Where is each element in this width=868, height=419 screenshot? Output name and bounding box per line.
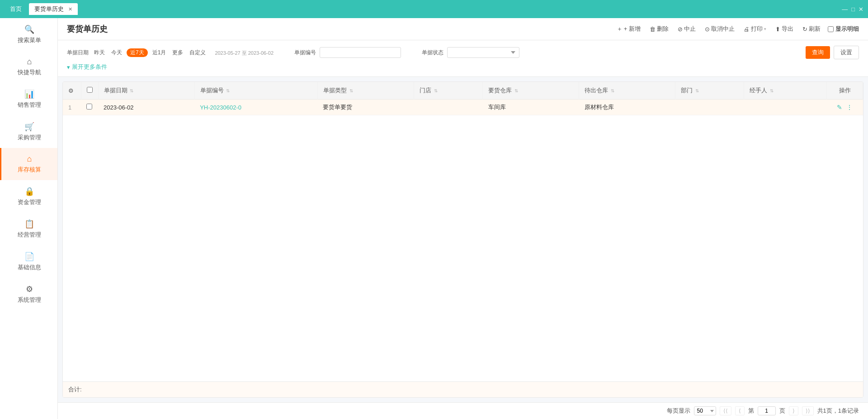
docno-col-header[interactable]: 单据编号 ⇅ — [194, 82, 317, 100]
settings-col-header[interactable]: ⚙ — [63, 82, 81, 100]
settings-button[interactable]: 设置 — [834, 46, 859, 59]
main-layout: 🔍 搜索菜单 ⌂ 快捷导航 📊 销售管理 🛒 采购管理 ⌂ 库存核算 🔒 资金管… — [0, 18, 868, 419]
next-page-btn[interactable]: ⟩ — [789, 406, 798, 415]
reqwarehouse-sort-icon[interactable]: ⇅ — [514, 88, 518, 93]
sys-mgmt-icon: ⚙ — [26, 284, 33, 294]
export-button[interactable]: ⬆ 导出 — [774, 24, 795, 34]
window-controls: — □ ✕ — [842, 6, 863, 13]
select-all-checkbox[interactable] — [87, 87, 93, 93]
stop-icon: ⊘ — [678, 26, 683, 33]
handler-col-header[interactable]: 经手人 ⇅ — [744, 82, 827, 100]
cancel-stop-button[interactable]: ⊙ 取消中止 — [703, 24, 736, 34]
table-footer: 合计: — [63, 381, 863, 397]
prev-page-btn[interactable]: ⟨ — [735, 406, 745, 415]
row-checkbox-cell[interactable] — [81, 100, 98, 115]
page-number-input[interactable] — [758, 406, 776, 415]
ops-mgmt-icon: 📋 — [24, 219, 34, 229]
expand-more-btn[interactable]: ▾ 展开更多条件 — [67, 63, 859, 71]
row-handler — [744, 100, 827, 115]
sidebar-item-sys-mgmt[interactable]: ⚙ 系统管理 — [0, 278, 57, 310]
doctype-col-header[interactable]: 单据类型 ⇅ — [317, 82, 414, 100]
first-page-btn[interactable]: ⟨⟨ — [720, 406, 731, 415]
basic-info-icon: 📄 — [24, 252, 34, 262]
last-page-btn[interactable]: ⟩⟩ — [802, 406, 814, 415]
stop-button[interactable]: ⊘ 中止 — [676, 24, 698, 34]
total-info: 共1页，1条记录 — [817, 407, 859, 415]
handler-sort-icon[interactable]: ⇅ — [770, 88, 774, 93]
tab-requisition-history[interactable]: 要货单历史 ✕ — [29, 3, 78, 15]
print-button[interactable]: 🖨 打印 ▾ — [742, 24, 768, 34]
filter-row-1: 单据日期 昨天 今天 近7天 近1月 更多 自定义 2023-05-27 至 2… — [67, 46, 859, 59]
close-window-icon[interactable]: ✕ — [859, 6, 863, 13]
close-tab-icon[interactable]: ✕ — [68, 6, 72, 12]
date-btn-yesterday[interactable]: 昨天 — [92, 48, 107, 57]
pendingwarehouse-sort-icon[interactable]: ⇅ — [611, 88, 614, 93]
tab-home[interactable]: 首页 — [5, 3, 27, 15]
doctype-sort-icon[interactable]: ⇅ — [349, 88, 353, 93]
add-button[interactable]: ＋ + 新增 — [615, 24, 642, 34]
sidebar: 🔍 搜索菜单 ⌂ 快捷导航 📊 销售管理 🛒 采购管理 ⌂ 库存核算 🔒 资金管… — [0, 18, 58, 419]
date-btn-today[interactable]: 今天 — [109, 48, 124, 57]
row-more-icon[interactable]: ⋮ — [846, 104, 853, 111]
sales-mgmt-icon: 📊 — [24, 89, 34, 99]
header-actions: ＋ + 新增 🗑 删除 ⊘ 中止 ⊙ 取消中止 🖨 打印 — [615, 24, 859, 34]
total-label: 合计: — [68, 386, 82, 394]
refresh-button[interactable]: ↻ 刷新 — [801, 24, 822, 34]
sidebar-item-basic-info[interactable]: 📄 基础信息 — [0, 245, 57, 278]
row-actions: ✎ ⋮ — [827, 100, 863, 115]
delete-icon: 🗑 — [650, 26, 656, 33]
quick-nav-icon: ⌂ — [27, 57, 32, 67]
date-btn-7days[interactable]: 近7天 — [127, 48, 148, 57]
delete-button[interactable]: 🗑 删除 — [648, 24, 670, 34]
query-button[interactable]: 查询 — [806, 46, 830, 59]
date-btn-more[interactable]: 更多 — [170, 48, 185, 57]
page-header: 要货单历史 ＋ + 新增 🗑 删除 ⊘ 中止 ⊙ 取消中止 — [58, 18, 868, 40]
table-row[interactable]: 1 2023-06-02 YH-20230602-0 要货单要货 车间库 — [63, 100, 863, 115]
filter-buttons: 查询 设置 — [806, 46, 859, 59]
minimize-icon[interactable]: — — [842, 6, 848, 13]
display-detail-checkbox[interactable] — [828, 26, 834, 32]
sidebar-item-purchase-mgmt[interactable]: 🛒 采购管理 — [0, 115, 57, 148]
date-sort-icon[interactable]: ⇅ — [130, 88, 133, 93]
sidebar-item-search-menu[interactable]: 🔍 搜索菜单 — [0, 18, 57, 51]
table-header-row: ⚙ 单据日期 ⇅ 单据编号 ⇅ — [63, 82, 863, 100]
docno-sort-icon[interactable]: ⇅ — [226, 88, 230, 93]
table-wrapper[interactable]: ⚙ 单据日期 ⇅ 单据编号 ⇅ — [63, 82, 863, 381]
reqwarehouse-col-header[interactable]: 要货仓库 ⇅ — [483, 82, 579, 100]
print-icon: 🖨 — [744, 26, 750, 33]
row-checkbox[interactable] — [86, 104, 92, 110]
sidebar-item-sales-mgmt[interactable]: 📊 销售管理 — [0, 83, 57, 115]
docno-filter-label: 单据编号 — [294, 49, 316, 57]
store-col-header[interactable]: 门店 ⇅ — [414, 82, 483, 100]
date-btn-custom[interactable]: 自定义 — [188, 48, 208, 57]
row-edit-icon[interactable]: ✎ — [837, 104, 842, 111]
date-btn-1month[interactable]: 近1月 — [151, 48, 168, 57]
pendingwarehouse-col-header[interactable]: 待出仓库 ⇅ — [579, 82, 675, 100]
top-bar: 首页 要货单历史 ✕ — □ ✕ — [0, 0, 868, 18]
sidebar-item-finance-mgmt[interactable]: 🔒 资金管理 — [0, 180, 57, 213]
row-docno[interactable]: YH-20230602-0 — [194, 100, 317, 115]
sidebar-item-quick-nav[interactable]: ⌂ 快捷导航 — [0, 51, 57, 83]
display-detail-toggle[interactable]: 显示明细 — [828, 25, 859, 33]
dept-sort-icon[interactable]: ⇅ — [695, 88, 699, 93]
page-size-label: 每页显示 — [667, 407, 690, 415]
docno-filter-input[interactable] — [320, 47, 401, 58]
maximize-icon[interactable]: □ — [851, 6, 855, 13]
finance-mgmt-icon: 🔒 — [24, 186, 34, 196]
sidebar-item-inventory[interactable]: ⌂ 库存核算 — [0, 148, 57, 180]
dept-col-header[interactable]: 部门 ⇅ — [675, 82, 744, 100]
status-filter-field: 单据状态 — [422, 47, 519, 58]
date-col-header[interactable]: 单据日期 ⇅ — [98, 82, 194, 100]
row-docno-link[interactable]: YH-20230602-0 — [200, 104, 241, 111]
table-settings-icon[interactable]: ⚙ — [68, 87, 74, 94]
date-filter-label: 单据日期 — [67, 49, 89, 57]
status-filter-select[interactable] — [447, 47, 519, 58]
content-area: 要货单历史 ＋ + 新增 🗑 删除 ⊘ 中止 ⊙ 取消中止 — [58, 18, 868, 419]
page-title: 要货单历史 — [67, 24, 108, 34]
sidebar-item-ops-mgmt[interactable]: 📋 经营管理 — [0, 213, 57, 245]
store-sort-icon[interactable]: ⇅ — [434, 88, 438, 93]
page-size-select[interactable]: 10 20 50 100 — [694, 406, 716, 415]
row-doctype: 要货单要货 — [317, 100, 414, 115]
row-dept — [675, 100, 744, 115]
checkbox-col-header[interactable] — [81, 82, 98, 100]
